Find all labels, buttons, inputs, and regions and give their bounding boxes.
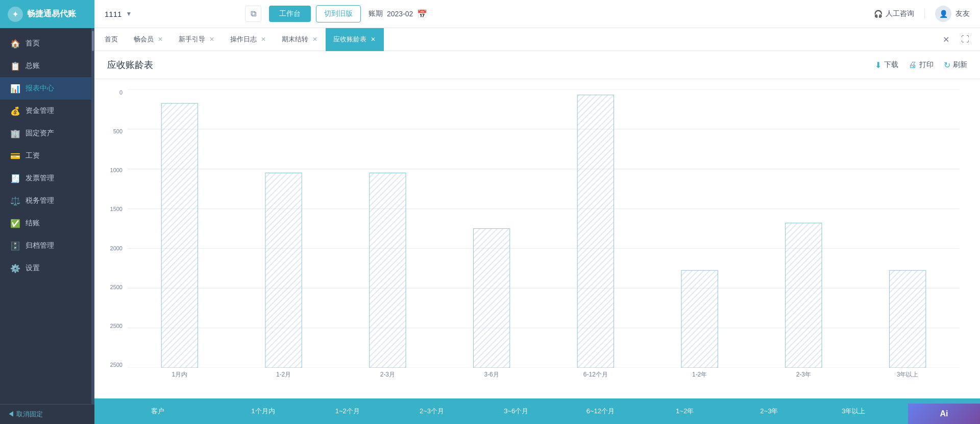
header-divider [924,9,925,19]
x-label-6-12m: 6-12个月 [544,370,648,379]
bar-7 [889,270,925,368]
y-label-1000: 1000 [110,167,122,173]
nav-label: 设置 [26,264,40,273]
x-label-2-3m: 2-3月 [336,370,440,379]
tab-close-icon[interactable]: ✕ [158,36,163,43]
bar-4 [577,95,614,368]
y-label-500: 500 [113,128,122,134]
calendar-icon[interactable]: 📅 [417,9,427,19]
x-label-1-2y: 1-2年 [648,370,752,379]
company-dropdown-icon[interactable]: ▼ [126,10,132,17]
tab-label: 应收账龄表 [333,35,366,44]
bar-6 [786,223,822,368]
print-icon: 🖨 [909,60,917,69]
sidebar-item-settings[interactable]: ⚙️设置 [0,257,94,279]
tab-close-icon[interactable]: ✕ [261,36,266,43]
tab-close-icon[interactable]: ✕ [371,36,376,43]
nav-label: 归档管理 [26,241,54,250]
close-tab-button[interactable]: ✕ [939,32,953,46]
y-axis: 2500 2500 2500 2000 1500 1000 500 0 [105,89,125,368]
user-menu[interactable]: 👤 友友 [935,6,970,22]
table-header: 客户1个月内1~2个月2~3个月3~6个月6~12个月1~2年2~3年3年以上合… [94,398,980,424]
header-right: 🎧 人工咨询 👤 友友 [874,6,970,22]
tab-member[interactable]: 畅会员✕ [126,28,171,51]
x-label-3yplus: 3年以上 [855,370,960,379]
sidebar-item-ledger[interactable]: 📋总账 [0,55,94,77]
sidebar-logo: ✦ 畅捷通易代账 [0,0,94,28]
home-icon: 🏠 [10,38,20,49]
tab-close-icon[interactable]: ✕ [209,36,214,43]
invoice-icon: 🧾 [10,173,20,183]
sidebar: ✦ 畅捷通易代账 🏠首页📋总账📊报表中心💰资金管理🏢固定资产💳工资🧾发票管理⚖️… [0,0,94,424]
sidebar-item-tax[interactable]: ⚖️税务管理 [0,190,94,212]
refresh-label: 刷新 [953,60,967,69]
nav-label: 固定资产 [26,129,54,138]
tab-label: 首页 [105,35,118,44]
chart-container: 2500 2500 2500 2000 1500 1000 500 0 [105,89,970,388]
switch-old-button[interactable]: 切到旧版 [316,5,361,22]
sidebar-item-home[interactable]: 🏠首页 [0,32,94,55]
header: 1111 ▼ ⧉ 工作台 切到旧版 账期 2023-02 📅 🎧 人工咨询 👤 … [94,0,980,28]
nav-label: 结账 [26,219,40,228]
table-header-col-1: 1个月内 [221,407,305,416]
sidebar-item-checkout[interactable]: ✅结账 [0,212,94,234]
y-label-1500: 1500 [110,206,122,212]
support-label: 人工咨询 [886,9,914,18]
download-button[interactable]: ⬇ 下载 [875,60,898,70]
tab-label: 操作日志 [230,35,257,44]
tab-close-icon[interactable]: ✕ [312,36,317,43]
bar-2 [370,173,406,368]
copy-icon[interactable]: ⧉ [245,6,261,22]
tab-log[interactable]: 操作日志✕ [223,28,274,51]
tab-label: 新手引导 [179,35,205,44]
period-label: 账期 [369,9,383,18]
funds-icon: 💰 [10,106,20,116]
user-avatar-icon: 👤 [935,6,951,22]
bar-chart [128,89,960,368]
tab-label: 畅会员 [134,35,154,44]
checkout-icon: ✅ [10,218,20,228]
print-label: 打印 [919,60,934,69]
company-selector[interactable]: 1111 ▼ [105,10,237,18]
sidebar-item-funds[interactable]: 💰资金管理 [0,100,94,122]
workbench-button[interactable]: 工作台 [269,6,311,22]
sidebar-item-reports[interactable]: 📊报表中心 [0,77,94,100]
bar-1 [265,173,302,368]
tab-period_end[interactable]: 期末结转✕ [274,28,326,51]
sidebar-item-archive[interactable]: 🗄️归档管理 [0,234,94,257]
settings-icon: ⚙️ [10,263,20,273]
sidebar-bottom-btn[interactable]: ◀ 取消固定 [0,404,94,424]
sidebar-item-assets[interactable]: 🏢固定资产 [0,122,94,145]
sidebar-item-invoice[interactable]: 🧾发票管理 [0,167,94,190]
page-actions: ⬇ 下载 🖨 打印 ↻ 刷新 [875,60,967,70]
tab-aging[interactable]: 应收账龄表✕ [326,28,384,51]
tab-home[interactable]: 首页 [97,28,126,51]
print-button[interactable]: 🖨 打印 [909,60,934,69]
y-label-0: 0 [119,89,122,96]
ai-badge[interactable]: Ai [908,404,980,424]
bar-5 [681,270,718,368]
y-label-2500b: 2500 [110,323,122,329]
page-header: 应收账龄表 ⬇ 下载 🖨 打印 ↻ 刷新 [94,51,980,79]
maximize-tab-button[interactable]: ⛶ [958,32,972,46]
download-icon: ⬇ [875,60,881,70]
assets-icon: 🏢 [10,128,20,138]
table-header-col-4: 3~6个月 [474,407,558,416]
x-label-2-3y: 2-3年 [752,370,856,379]
payroll-icon: 💳 [10,151,20,161]
table-header-col-3: 2~3个月 [389,407,474,416]
sidebar-nav: 🏠首页📋总账📊报表中心💰资金管理🏢固定资产💳工资🧾发票管理⚖️税务管理✅结账🗄️… [0,28,94,404]
period-value: 2023-02 [387,10,413,18]
sidebar-item-payroll[interactable]: 💳工资 [0,145,94,167]
chart-area: 2500 2500 2500 2000 1500 1000 500 0 [94,79,980,398]
tabs-bar: 首页畅会员✕新手引导✕操作日志✕期末结转✕应收账龄表✕ ✕ ⛶ [94,28,980,51]
chart-svg-wrapper [128,89,960,368]
reports-icon: 📊 [10,83,20,93]
user-name: 友友 [955,9,970,18]
support-button[interactable]: 🎧 人工咨询 [874,9,914,18]
nav-label: 首页 [26,39,40,48]
tabs-container: 首页畅会员✕新手引导✕操作日志✕期末结转✕应收账龄表✕ [97,28,939,51]
table-header-col-5: 6~12个月 [558,407,643,416]
tab-guide[interactable]: 新手引导✕ [171,28,223,51]
refresh-button[interactable]: ↻ 刷新 [944,60,967,70]
